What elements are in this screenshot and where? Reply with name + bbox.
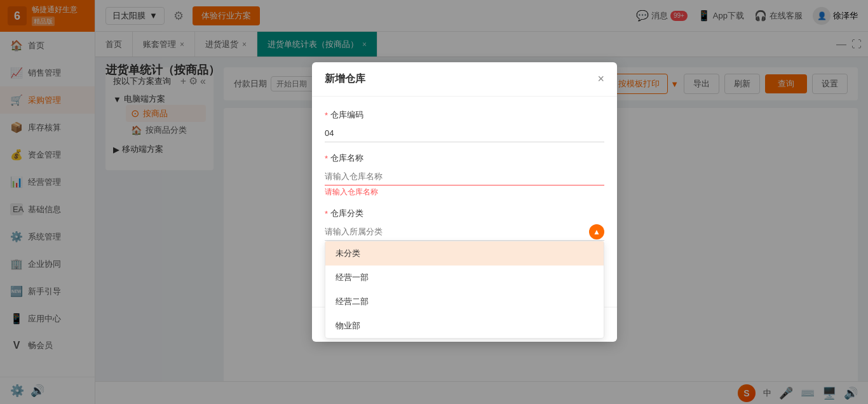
category-option-dept3[interactable]: 物业部 xyxy=(325,314,604,338)
category-required: * xyxy=(325,209,328,219)
warehouse-name-field: * 仓库名称 请输入仓库名称 xyxy=(325,152,604,198)
name-required: * xyxy=(325,154,328,163)
modal-header: 新增仓库 × xyxy=(312,62,617,97)
category-label: * 仓库分类 xyxy=(325,208,604,219)
warehouse-name-input[interactable] xyxy=(325,168,604,185)
code-required: * xyxy=(325,111,328,120)
category-option-dept2[interactable]: 经营二部 xyxy=(325,290,604,314)
name-error: 请输入仓库名称 xyxy=(325,187,604,198)
category-option-dept1[interactable]: 经营一部 xyxy=(325,266,604,290)
warehouse-code-input[interactable] xyxy=(325,125,604,142)
category-toggle-button[interactable]: ▲ xyxy=(589,224,604,239)
code-label: * 仓库编码 xyxy=(325,109,604,121)
name-label: * 仓库名称 xyxy=(325,152,604,164)
category-option-none[interactable]: 未分类 xyxy=(325,241,604,266)
modal-body: * 仓库编码 * 仓库名称 请输入仓库名称 * 仓库分类 ▲ xyxy=(312,97,617,307)
category-input-row: ▲ xyxy=(325,223,604,241)
warehouse-category-field: * 仓库分类 ▲ 未分类 经营一部 经营二部 物业部 xyxy=(325,208,604,241)
modal-title: 新增仓库 xyxy=(325,72,365,86)
new-warehouse-modal: 新增仓库 × * 仓库编码 * 仓库名称 请输入仓库名称 * 仓库分类 xyxy=(312,62,617,342)
category-input[interactable] xyxy=(325,223,589,240)
warehouse-code-field: * 仓库编码 xyxy=(325,109,604,142)
category-dropdown: 未分类 经营一部 经营二部 物业部 xyxy=(325,241,604,339)
category-selector: ▲ 未分类 经营一部 经营二部 物业部 xyxy=(325,223,604,241)
modal-close-button[interactable]: × xyxy=(597,72,604,86)
